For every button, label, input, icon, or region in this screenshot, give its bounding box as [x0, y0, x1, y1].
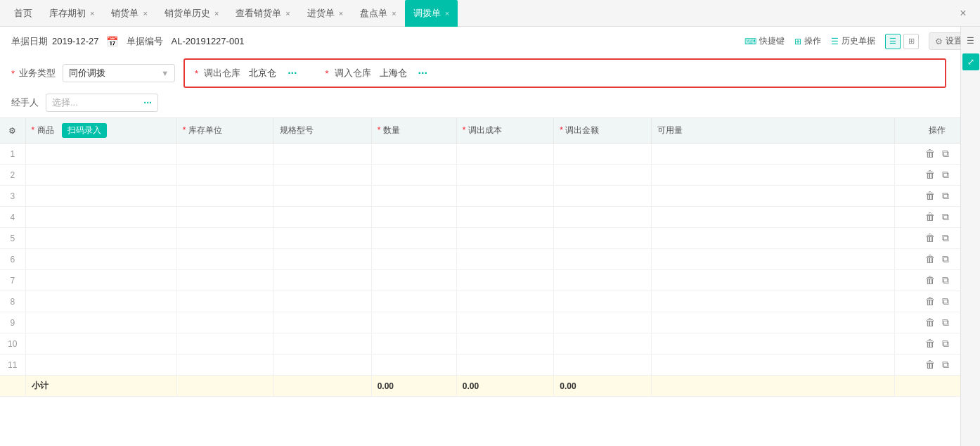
delete-icon[interactable]: 🗑: [925, 274, 935, 286]
available-cell[interactable]: [651, 144, 894, 165]
product-cell[interactable]: [25, 249, 176, 270]
product-cell[interactable]: [25, 270, 176, 291]
spec-cell[interactable]: [274, 207, 371, 228]
transfer-amount-cell[interactable]: [554, 186, 651, 207]
transfer-cost-cell[interactable]: [456, 249, 553, 270]
transfer-cost-cell[interactable]: [456, 228, 553, 249]
delete-icon[interactable]: 🗑: [925, 148, 935, 159]
unit-cell[interactable]: [176, 144, 273, 165]
transfer-in-more-btn[interactable]: ···: [418, 67, 427, 79]
transfer-amount-cell[interactable]: [554, 333, 651, 355]
transfer-amount-cell[interactable]: [554, 144, 651, 165]
tab-close-inventory-init[interactable]: ×: [90, 9, 94, 18]
delete-icon[interactable]: 🗑: [925, 359, 935, 370]
spec-cell[interactable]: [274, 249, 371, 270]
delete-icon[interactable]: 🗑: [925, 190, 935, 201]
transfer-cost-cell[interactable]: [456, 144, 553, 165]
product-cell[interactable]: [25, 165, 176, 186]
unit-cell[interactable]: [176, 186, 273, 207]
spec-cell[interactable]: [274, 144, 371, 165]
copy-icon[interactable]: ⧉: [942, 274, 949, 286]
transfer-amount-cell[interactable]: [554, 249, 651, 270]
transfer-amount-cell[interactable]: [554, 207, 651, 228]
calendar-icon[interactable]: 📅: [106, 36, 118, 47]
quantity-cell[interactable]: [371, 291, 456, 312]
transfer-cost-cell[interactable]: [456, 165, 553, 186]
product-cell[interactable]: [25, 291, 176, 312]
handler-more-btn[interactable]: ···: [143, 97, 152, 108]
transfer-amount-cell[interactable]: [554, 291, 651, 312]
transfer-cost-cell[interactable]: [456, 186, 553, 207]
available-cell[interactable]: [651, 207, 894, 228]
transfer-amount-cell[interactable]: [554, 165, 651, 186]
available-cell[interactable]: [651, 249, 894, 270]
delete-icon[interactable]: 🗑: [925, 317, 935, 328]
copy-icon[interactable]: ⧉: [942, 190, 949, 201]
available-cell[interactable]: [651, 228, 894, 249]
transfer-cost-cell[interactable]: [456, 207, 553, 228]
spec-cell[interactable]: [274, 312, 371, 333]
copy-icon[interactable]: ⧉: [942, 359, 949, 370]
product-cell[interactable]: [25, 207, 176, 228]
copy-icon[interactable]: ⧉: [942, 232, 949, 243]
unit-cell[interactable]: [176, 270, 273, 291]
unit-cell[interactable]: [176, 228, 273, 249]
layout-grid-btn[interactable]: ⊞: [903, 34, 919, 49]
tab-transfer-order[interactable]: 调拨单 ×: [405, 0, 458, 27]
transfer-cost-cell[interactable]: [456, 291, 553, 312]
handler-select[interactable]: 选择... ···: [46, 94, 158, 112]
copy-icon[interactable]: ⧉: [942, 317, 949, 328]
tab-close-view-sales[interactable]: ×: [285, 9, 290, 18]
history-button[interactable]: ☰ 历史单据: [831, 35, 875, 47]
unit-cell[interactable]: [176, 312, 273, 333]
tab-inventory-init[interactable]: 库存期初 ×: [41, 0, 103, 27]
tab-sales-order[interactable]: 销货单 ×: [103, 0, 155, 27]
tab-inventory-check[interactable]: 盘点单 ×: [352, 0, 404, 27]
business-type-select[interactable]: 同价调拨 ▼: [63, 64, 175, 82]
product-cell[interactable]: [25, 312, 176, 333]
copy-icon[interactable]: ⧉: [942, 169, 949, 180]
scan-button[interactable]: 扫码录入: [62, 123, 107, 138]
transfer-amount-cell[interactable]: [554, 270, 651, 291]
quantity-cell[interactable]: [371, 249, 456, 270]
tab-purchase-order[interactable]: 进货单 ×: [299, 0, 352, 27]
spec-cell[interactable]: [274, 270, 371, 291]
available-cell[interactable]: [651, 270, 894, 291]
tab-close-inventory-check[interactable]: ×: [392, 9, 396, 18]
unit-cell[interactable]: [176, 249, 273, 270]
copy-icon[interactable]: ⧉: [942, 148, 949, 159]
quantity-cell[interactable]: [371, 312, 456, 333]
copy-icon[interactable]: ⧉: [942, 211, 949, 222]
sidebar-list-btn[interactable]: ☰: [962, 32, 979, 49]
available-cell[interactable]: [651, 333, 894, 355]
sidebar-expand-btn[interactable]: ⤢: [962, 53, 979, 70]
delete-icon[interactable]: 🗑: [925, 253, 935, 265]
tab-view-sales[interactable]: 查看销货单 ×: [227, 0, 298, 27]
transfer-cost-cell[interactable]: [456, 333, 553, 355]
available-cell[interactable]: [651, 186, 894, 207]
product-cell[interactable]: [25, 144, 176, 165]
available-cell[interactable]: [651, 165, 894, 186]
unit-cell[interactable]: [176, 165, 273, 186]
delete-icon[interactable]: 🗑: [925, 338, 935, 349]
window-close-button[interactable]: ×: [952, 2, 974, 25]
product-cell[interactable]: [25, 333, 176, 355]
copy-icon[interactable]: ⧉: [942, 253, 949, 265]
tab-sales-history[interactable]: 销货单历史 ×: [156, 0, 227, 27]
operation-button[interactable]: ⊞ 操作: [794, 35, 821, 47]
transfer-amount-cell[interactable]: [554, 312, 651, 333]
quantity-cell[interactable]: [371, 228, 456, 249]
spec-cell[interactable]: [274, 228, 371, 249]
table-gear-icon[interactable]: ⚙: [8, 126, 16, 136]
product-cell[interactable]: [25, 186, 176, 207]
quantity-cell[interactable]: [371, 270, 456, 291]
transfer-amount-cell[interactable]: [554, 228, 651, 249]
quantity-cell[interactable]: [371, 186, 456, 207]
transfer-cost-cell[interactable]: [456, 270, 553, 291]
delete-icon[interactable]: 🗑: [925, 295, 935, 307]
transfer-cost-cell[interactable]: [456, 312, 553, 333]
unit-cell[interactable]: [176, 333, 273, 355]
unit-cell[interactable]: [176, 291, 273, 312]
quantity-cell[interactable]: [371, 144, 456, 165]
shortcut-button[interactable]: ⌨ 快捷键: [744, 35, 785, 47]
